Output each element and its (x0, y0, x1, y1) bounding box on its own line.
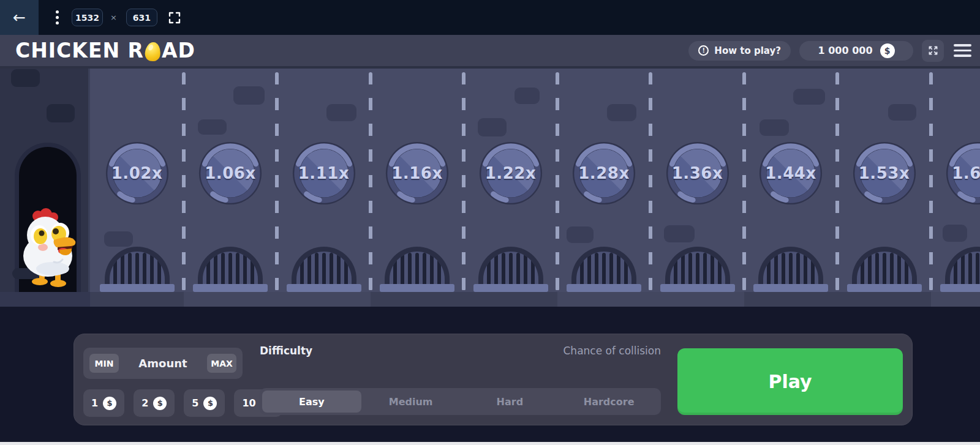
multiplier-token: 1.36x (665, 141, 730, 206)
dimension-separator: × (110, 13, 117, 22)
multiplier-label: 1.16x (385, 141, 450, 206)
multiplier-label: 1.02x (105, 141, 170, 206)
multiplier-token: 1.44x (758, 141, 823, 206)
bet-chip-button[interactable]: 5$ (184, 389, 225, 417)
lane: 1.63x (931, 66, 980, 307)
wall-patch (47, 104, 75, 122)
multiplier-label: 1.63x (945, 141, 980, 206)
top-toolbar: ← × (0, 0, 980, 35)
logo-text-last: AD (162, 40, 195, 61)
difficulty-option-hardcore[interactable]: Hardcore (559, 391, 658, 413)
lane: 1.16x (371, 66, 464, 307)
page-bottom-edge (0, 442, 980, 445)
back-arrow-icon: ← (13, 9, 26, 26)
logo: CHICKEN R AD (15, 40, 195, 61)
logo-text-first: CHICKEN R (15, 40, 144, 61)
kebab-menu-icon[interactable] (52, 7, 62, 28)
egg-icon (144, 42, 161, 62)
sewer-grate-icon (940, 247, 980, 292)
multiplier-token: 1.06x (198, 141, 263, 206)
multiplier-token: 1.28x (571, 141, 636, 206)
multiplier-token: 1.02x (105, 141, 170, 206)
how-to-play-button[interactable]: ! How to play? (688, 41, 791, 61)
multiplier-token: 1.22x (478, 141, 543, 206)
game-area: 1.02x1.06x1.11x1.16x1.22x1.28x1.36x1.44x… (0, 66, 980, 307)
expand-arrows-icon (927, 45, 939, 56)
frame-fullscreen-button[interactable] (167, 10, 182, 25)
multiplier-token: 1.63x (945, 141, 980, 206)
info-icon: ! (698, 45, 709, 56)
control-panel: MIN Amount MAX 1$2$5$10$ Difficulty Chan… (74, 334, 913, 425)
coin-icon: $ (153, 397, 167, 410)
chicken-character (17, 208, 81, 288)
sewer-grate-icon (193, 247, 268, 292)
lane: 1.28x (557, 66, 651, 307)
bet-chips: 1$2$5$10$ (83, 389, 282, 417)
sewer-grate-icon (567, 247, 641, 292)
coin-icon: $ (880, 43, 895, 58)
wall-patch (11, 69, 40, 87)
difficulty-option-hard[interactable]: Hard (461, 391, 560, 413)
bet-chip-button[interactable]: 2$ (134, 389, 175, 417)
multiplier-token: 1.53x (852, 141, 917, 206)
multiplier-token: 1.11x (292, 141, 356, 206)
multiplier-label: 1.36x (665, 141, 730, 206)
lane: 1.44x (744, 66, 838, 307)
header-actions: ! How to play? 1 000 000 $ (688, 40, 973, 62)
lane: 1.53x (837, 66, 931, 307)
sewer-grate-icon (660, 247, 735, 292)
coin-icon: $ (203, 397, 217, 410)
height-input[interactable] (126, 9, 157, 26)
app: ← × CHICKEN R AD ! How to play? 1 000 00… (0, 0, 980, 445)
game-header: CHICKEN R AD ! How to play? 1 000 000 $ (0, 35, 980, 66)
lane: 1.36x (650, 66, 744, 307)
difficulty-selector: EasyMediumHardHardcore (260, 388, 661, 415)
sidewalk-strip (0, 292, 980, 307)
multiplier-label: 1.53x (852, 141, 917, 206)
multiplier-label: 1.28x (571, 141, 636, 206)
play-button[interactable]: Play (677, 348, 903, 415)
sewer-grate-icon (753, 247, 828, 292)
balance-display: 1 000 000 $ (799, 41, 913, 61)
multiplier-label: 1.22x (478, 141, 543, 206)
coin-icon: $ (103, 397, 116, 410)
sewer-grate-icon (100, 247, 175, 292)
sewer-grate-icon (847, 247, 922, 292)
multiplier-label: 1.11x (292, 141, 356, 206)
multiplier-label: 1.06x (198, 141, 263, 206)
game-fullscreen-button[interactable] (922, 40, 944, 62)
min-button[interactable]: MIN (89, 354, 119, 373)
bet-chip-button[interactable]: 1$ (83, 389, 124, 417)
lane: 1.02x (90, 66, 184, 307)
lane: 1.22x (464, 66, 557, 307)
back-button[interactable]: ← (0, 0, 39, 35)
amount-bar: MIN Amount MAX (83, 348, 243, 379)
multiplier-token: 1.16x (385, 141, 450, 206)
sewer-grate-icon (473, 247, 548, 292)
hamburger-menu-icon[interactable] (952, 42, 973, 59)
difficulty-option-easy[interactable]: Easy (262, 391, 361, 413)
difficulty-option-medium[interactable]: Medium (361, 391, 461, 413)
width-input[interactable] (72, 9, 103, 26)
balance-value: 1 000 000 (818, 45, 872, 56)
sewer-grate-icon (287, 247, 361, 292)
lane: 1.11x (277, 66, 371, 307)
max-button[interactable]: MAX (207, 354, 236, 373)
fullscreen-brackets-icon (167, 10, 182, 25)
chance-of-collision-label: Chance of collision (260, 345, 661, 357)
sewer-grate-icon (380, 247, 454, 292)
lane: 1.06x (184, 66, 277, 307)
multiplier-label: 1.44x (758, 141, 823, 206)
